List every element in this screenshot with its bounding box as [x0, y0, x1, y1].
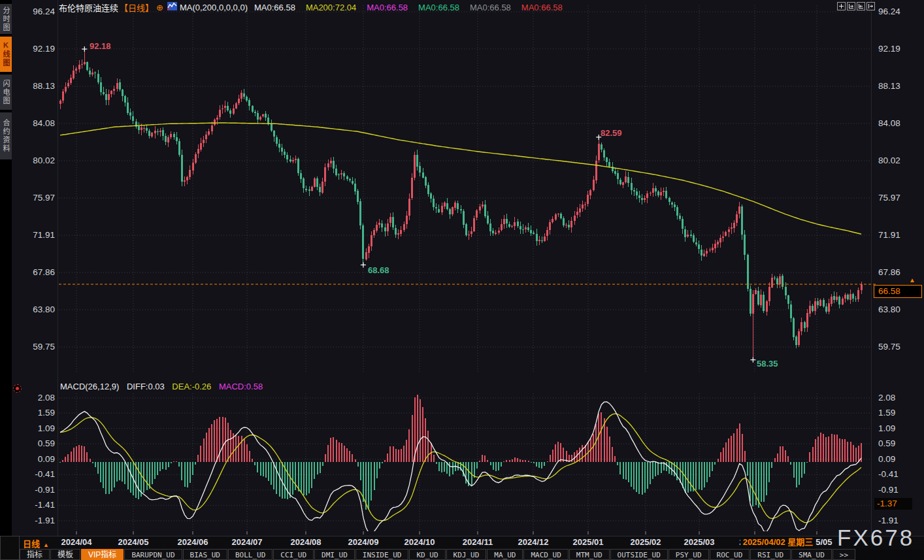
toolbar-item-ma_ud[interactable]: MA_UD — [487, 549, 523, 560]
axis-tick-label: 75.97 — [878, 193, 920, 203]
axis-tick-label: 59.75 — [878, 342, 920, 352]
kline-chart-canvas[interactable] — [0, 0, 924, 536]
ma-value: MA0:66.58 — [254, 3, 295, 12]
axis-tick-label: -1.91 — [16, 516, 55, 525]
price-up-arrow-icon: ▲ — [909, 276, 916, 284]
axis-tick-label: 96.24 — [16, 7, 55, 16]
trading-app-window: 分时图K线图闪电图合约资料 布伦特原油连续 【日线】 ⊕ MA(0,200,0,… — [0, 0, 924, 560]
axis-tick-label: 1.09 — [16, 423, 55, 433]
axis-tick-label: 80.02 — [878, 156, 920, 165]
macd-hist-value: MACD:0.58 — [219, 382, 263, 391]
month-label: 2024/09 — [348, 537, 379, 547]
month-label: 2024/10 — [404, 537, 435, 547]
right-axis-separator — [871, 0, 872, 536]
axis-tick-label: 63.80 — [878, 305, 920, 314]
toolbar-item-[interactable]: 指标 — [20, 549, 50, 560]
ma-value: MA0:66.58 — [521, 3, 563, 12]
axis-tick-label: 96.24 — [878, 7, 920, 16]
axis-tick-label: 59.75 — [16, 342, 55, 352]
axis-tick-label: 63.80 — [16, 305, 55, 314]
axis-tick-label: 71.91 — [16, 230, 55, 240]
annotation-peak_2024_04: 92.18 — [90, 41, 111, 51]
axis-tick-label: 84.08 — [878, 118, 920, 128]
axis-tick-label: 75.97 — [16, 193, 55, 203]
axis-tick-label: -0.91 — [16, 485, 55, 495]
compress-axis-right-icon[interactable] — [857, 2, 865, 10]
compress-axis-left-icon[interactable] — [847, 2, 855, 10]
toolbar-item-[interactable]: 模板 — [50, 549, 80, 560]
toolbar-item-barupdn_ud[interactable]: BARUPDN_UD — [124, 549, 182, 560]
indicator-marker-icon[interactable] — [13, 384, 22, 393]
axis-tick-label: 0.59 — [878, 438, 920, 448]
axis-tick-label: -0.41 — [16, 469, 55, 479]
month-label: 2024/12 — [518, 537, 549, 547]
toolbar-item-outside_ud[interactable]: OUTSIDE_UD — [610, 549, 668, 560]
macd-title: MACD(26,12,9) — [60, 382, 119, 391]
month-label: 2024/05 — [118, 537, 149, 547]
ma-value: MA0:66.58 — [418, 3, 459, 12]
toolbar-item-rsi_ud[interactable]: RSI_UD — [750, 549, 791, 560]
axis-tick-label: 1.09 — [878, 423, 920, 433]
toolbar-item-vip[interactable]: VIP指标 — [81, 549, 124, 560]
toolbar-item-inside_ud[interactable]: INSIDE_UD — [355, 549, 409, 560]
watermark: FX678 — [837, 525, 914, 551]
chart-mode-sidebar: 分时图K线图闪电图合约资料 — [0, 0, 12, 536]
corner-resize-box[interactable] — [0, 536, 20, 560]
axis-tick-label: 1.59 — [878, 408, 920, 418]
axis-tick-label: 67.86 — [16, 267, 55, 277]
toolbar-item-sma_ud[interactable]: SMA_UD — [791, 549, 832, 560]
axis-tick-label: 67.86 — [878, 267, 920, 277]
sidebar-tab-4[interactable]: 合约资料 — [0, 112, 12, 159]
macd-crosshair-value-badge: -1.37 — [874, 498, 912, 510]
toolbar-item-kdj_ud[interactable]: KDJ_UD — [446, 549, 487, 560]
chart-header: 布伦特原油连续 【日线】 ⊕ MA(0,200,0,0,0,0) MA0:66.… — [59, 2, 573, 12]
month-label: 2024/08 — [291, 537, 322, 547]
chart-type-icon[interactable] — [167, 2, 177, 12]
month-label: 2025/02 — [631, 537, 661, 547]
left-axis-separator — [58, 0, 58, 536]
month-label: 2024/04 — [61, 537, 92, 547]
toolbar-item-bias_ud[interactable]: BIAS_UD — [183, 549, 227, 560]
month-label: 2024/07 — [232, 537, 263, 547]
indicator-toolbar: 指标模板VIP指标BARUPDN_UDBIAS_UDBOLL_UDCCI_UDD… — [20, 549, 856, 560]
period-tag: 【日线】 — [120, 1, 154, 14]
toolbar-item-dmi_ud[interactable]: DMI_UD — [314, 549, 355, 560]
month-label: 2025/03 — [684, 537, 715, 547]
toolbar-item-macd_ud[interactable]: MACD_UD — [523, 549, 568, 560]
shift-chart-right-icon[interactable] — [866, 2, 875, 10]
sidebar-tab-1[interactable]: 分时图 — [0, 4, 12, 34]
sidebar-tab-3[interactable]: 闪电图 — [0, 74, 12, 110]
annotation-low_2025_04: 58.35 — [757, 359, 778, 369]
macd-dea-value: DEA:-0.26 — [172, 382, 211, 391]
period-selector[interactable]: 日线▲ — [23, 537, 49, 550]
axis-tick-label: 88.13 — [16, 81, 55, 91]
period-selector-label: 日线 — [23, 539, 40, 549]
add-indicator-icon[interactable]: ⊕ — [156, 3, 163, 12]
month-label: 2025/01 — [573, 537, 604, 547]
toolbar-item-psy_ud[interactable]: PSY_UD — [668, 549, 709, 560]
month-label: 2024/11 — [463, 537, 493, 547]
annotation-low_2024_09: 68.68 — [368, 265, 389, 275]
pan-crosshair-icon[interactable] — [837, 2, 846, 10]
axis-tick-label: 80.02 — [16, 156, 55, 165]
toolbar-item-mtm_ud[interactable]: MTM_UD — [569, 549, 610, 560]
sidebar-tab-2[interactable]: K线图 — [0, 37, 12, 72]
ma-value-readouts: MA0:66.58MA200:72.04MA0:66.58MA0:66.58MA… — [254, 3, 573, 12]
period-dropdown-icon: ▲ — [43, 542, 49, 548]
ma-value: MA200:72.04 — [306, 3, 356, 12]
toolbar-item-boll_ud[interactable]: BOLL_UD — [228, 549, 272, 560]
axis-tick-label: -1.41 — [16, 500, 55, 510]
axis-tick-label: 71.91 — [878, 230, 920, 240]
annotation-peak_2025_01: 82.59 — [601, 128, 622, 138]
axis-tick-label: 92.19 — [16, 44, 55, 54]
axis-tick-label: 0.59 — [16, 438, 55, 448]
ma-value: MA0:66.58 — [367, 3, 408, 12]
toolbar-item-cci_ud[interactable]: CCI_UD — [273, 549, 314, 560]
axis-tick-label: 84.08 — [16, 118, 55, 128]
axis-tick-label: 1.59 — [16, 408, 55, 418]
toolbar-item-roc_ud[interactable]: ROC_UD — [710, 549, 750, 560]
axis-tick-label: 0.09 — [878, 454, 920, 464]
axis-tick-label: 92.19 — [878, 44, 920, 54]
month-label: 2024/06 — [178, 537, 208, 547]
toolbar-item-kd_ud[interactable]: KD_UD — [409, 549, 445, 560]
